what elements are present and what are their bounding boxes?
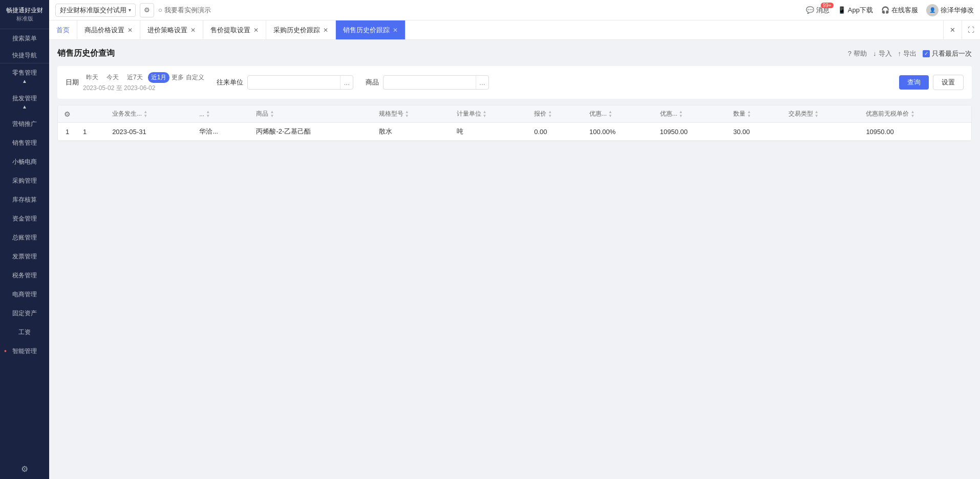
- date-filter-more[interactable]: 更多: [172, 73, 184, 82]
- sidebar-item-smart[interactable]: 智能管理: [0, 342, 49, 361]
- topbar-message-btn[interactable]: 💬 消息 99+: [806, 6, 829, 15]
- user-info[interactable]: 👤 徐泽华修改: [926, 4, 974, 16]
- date-filter-yesterday[interactable]: 昨天: [83, 72, 101, 83]
- sort-arrows-discount2: ▲▼: [679, 110, 683, 118]
- date-filter-today[interactable]: 今天: [103, 72, 122, 83]
- topbar-app-label: App下载: [848, 6, 873, 15]
- date-filter-last7[interactable]: 近7天: [124, 72, 146, 83]
- date-range-display: 2023-05-02 至 2023-06-02: [83, 84, 204, 93]
- topbar-version-select[interactable]: 好业财标准版交付试用 ▾: [55, 4, 136, 17]
- search-bar: 日期 昨天 今天 近7天 近1月 更多 自定义 2023-05-02 至 202…: [57, 66, 972, 99]
- tab-home-label: 首页: [56, 26, 70, 35]
- date-filters: 昨天 今天 近7天 近1月 更多 自定义 2023-05-02 至 2023-0…: [83, 72, 204, 93]
- page-content: 销售历史价查询 ? 帮助 ↓ 导入 ↑ 导出 ✓: [49, 40, 980, 479]
- tabbar-right: ✕ ⛶: [943, 20, 980, 40]
- tab-price-settings-close[interactable]: ✕: [127, 27, 133, 34]
- help-button[interactable]: ? 帮助: [848, 49, 867, 58]
- tabbar-close-btn[interactable]: ✕: [943, 20, 962, 40]
- sidebar-item-payroll[interactable]: 工资: [0, 323, 49, 342]
- th-business-date[interactable]: 业务发生... ▲▼: [106, 105, 193, 123]
- tab-pricing-strategy-close[interactable]: ✕: [190, 27, 196, 34]
- th-quantity[interactable]: 数量 ▲▼: [727, 105, 782, 123]
- tab-purchase-history[interactable]: 采购历史价跟踪 ✕: [266, 20, 336, 40]
- th-pretax-price[interactable]: 优惠前无税单价 ▲▼: [860, 105, 971, 123]
- topbar-right: 💬 消息 99+ 📱 App下载 🎧 在线客服 👤 徐泽华修改: [806, 4, 974, 16]
- topbar-demo-btn[interactable]: ○ 我要看实例演示: [158, 6, 211, 15]
- from-company-dots-btn[interactable]: ...: [340, 76, 353, 89]
- tab-sales-history[interactable]: 销售历史价跟踪 ✕: [336, 20, 406, 40]
- tab-sales-history-close[interactable]: ✕: [393, 27, 398, 34]
- sidebar-bottom: ⚙: [0, 459, 49, 479]
- only-last-label: 只看最后一次: [932, 49, 972, 58]
- tab-pricing-strategy[interactable]: 进价策略设置 ✕: [140, 20, 203, 40]
- date-filter-custom[interactable]: 自定义: [186, 73, 204, 82]
- th-spec[interactable]: 规格型号 ▲▼: [373, 105, 451, 123]
- td-quantity: 30.00: [727, 123, 782, 141]
- td-row-num: 1: [58, 123, 77, 141]
- tab-purchase-history-close[interactable]: ✕: [323, 27, 328, 34]
- tab-price-extract-close[interactable]: ✕: [253, 27, 259, 34]
- sidebar-item-ecommerce[interactable]: 电商管理: [0, 285, 49, 304]
- sidebar-search-menu[interactable]: 搜索菜单: [0, 29, 49, 48]
- tab-price-settings[interactable]: 商品价格设置 ✕: [77, 20, 140, 40]
- sidebar-item-marketing[interactable]: 营销推广: [0, 115, 49, 134]
- td-product: 丙烯酸-2-乙基己酯: [250, 123, 372, 141]
- settings-button[interactable]: 设置: [933, 75, 964, 90]
- th-row-num: [77, 105, 106, 123]
- th-discount2[interactable]: 优惠... ▲▼: [654, 105, 727, 123]
- sidebar-item-wholesale[interactable]: 批发管理 ▲: [0, 89, 49, 115]
- sidebar-item-retail[interactable]: 零售管理 ▲: [0, 63, 49, 89]
- td-spec: 散水: [373, 123, 451, 141]
- date-label: 日期: [66, 78, 79, 87]
- th-product[interactable]: 商品 ▲▼: [250, 105, 372, 123]
- demo-icon: ○: [158, 6, 162, 14]
- sidebar-item-invoice[interactable]: 发票管理: [0, 247, 49, 266]
- th-unit-label: 计量单位: [457, 110, 481, 118]
- th-transaction-type[interactable]: 交易类型 ▲▼: [782, 105, 860, 123]
- table-settings-icon[interactable]: ⚙: [64, 110, 71, 118]
- page-actions: ? 帮助 ↓ 导入 ↑ 导出 ✓ 只看最后一次: [848, 49, 972, 58]
- th-spec-label: 规格型号: [379, 110, 403, 118]
- sidebar-quick-nav[interactable]: 快捷导航: [0, 48, 49, 63]
- tab-home[interactable]: 首页: [49, 20, 77, 40]
- only-last-checkbox[interactable]: ✓ 只看最后一次: [923, 49, 972, 58]
- export-icon: ↑: [898, 50, 902, 57]
- th-unit[interactable]: 计量单位 ▲▼: [451, 105, 528, 123]
- date-filter-last1m[interactable]: 近1月: [148, 72, 170, 83]
- th-discount1[interactable]: 优惠... ▲▼: [583, 105, 654, 123]
- th-extra[interactable]: ... ▲▼: [193, 105, 250, 123]
- product-input[interactable]: [384, 79, 476, 86]
- tabbar-expand-btn[interactable]: ⛶: [962, 20, 980, 40]
- product-dots-btn[interactable]: ...: [476, 76, 488, 89]
- sidebar-item-retail-label: 零售管理: [12, 69, 37, 77]
- sidebar-item-purchase[interactable]: 采购管理: [0, 171, 49, 190]
- query-button[interactable]: 查询: [899, 75, 929, 90]
- th-business-date-label: 业务发生...: [112, 110, 142, 118]
- sidebar-item-finance[interactable]: 资金管理: [0, 209, 49, 228]
- sidebar-settings-icon[interactable]: ⚙: [4, 464, 45, 474]
- topbar-config-button[interactable]: ⚙: [140, 3, 154, 17]
- topbar-app-download-btn[interactable]: 📱 App下载: [838, 6, 873, 15]
- tab-pricing-strategy-label: 进价策略设置: [147, 26, 187, 35]
- sidebar-item-general-ledger[interactable]: 总账管理: [0, 228, 49, 247]
- main-content: 好业财标准版交付试用 ▾ ⚙ ○ 我要看实例演示 💬 消息 99+: [49, 0, 980, 479]
- td-transaction-type: [782, 123, 860, 141]
- td-extra: 华洽...: [193, 123, 250, 141]
- sidebar-item-inventory[interactable]: 库存核算: [0, 190, 49, 209]
- export-button[interactable]: ↑ 导出: [898, 49, 917, 58]
- import-button[interactable]: ↓ 导入: [873, 49, 892, 58]
- topbar-demo-label: 我要看实例演示: [164, 6, 211, 15]
- sidebar-item-sales[interactable]: 销售管理: [0, 134, 49, 153]
- th-price[interactable]: 报价 ▲▼: [528, 105, 583, 123]
- topbar-online-service-btn[interactable]: 🎧 在线客服: [881, 6, 918, 15]
- sidebar-item-fixed-assets[interactable]: 固定资产: [0, 304, 49, 323]
- sidebar-item-marketing-label: 营销推广: [12, 120, 37, 128]
- sidebar-item-inventory-label: 库存核算: [12, 195, 37, 204]
- tab-price-extract[interactable]: 售价提取设置 ✕: [203, 20, 266, 40]
- sort-arrows-business-date: ▲▼: [143, 110, 147, 118]
- sidebar-item-wholesale-label: 批发管理: [12, 94, 37, 103]
- sidebar-item-tax[interactable]: 税务管理: [0, 266, 49, 285]
- sidebar-item-small-ecommerce[interactable]: 小畅电商: [0, 153, 49, 171]
- sidebar: 畅捷通好业财 标准版 搜索菜单 快捷导航 零售管理 ▲ 批发管理 ▲ 营销推广 …: [0, 0, 49, 479]
- from-company-input[interactable]: [248, 79, 340, 86]
